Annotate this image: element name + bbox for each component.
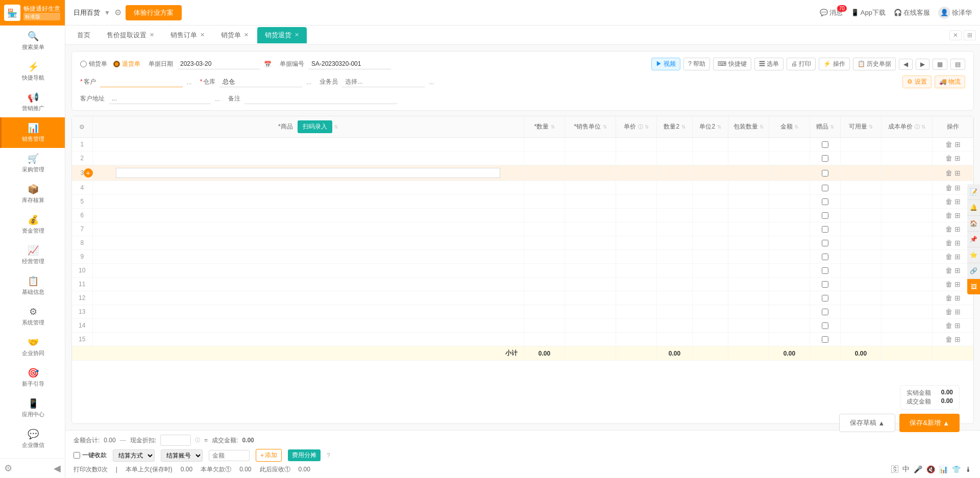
row-delete-3[interactable]: 🗑 (945, 184, 952, 192)
sidebar-item-12[interactable]: 📱应用中心 (0, 393, 65, 423)
row-avail-1[interactable] (841, 152, 881, 165)
row-cost-3[interactable] (881, 181, 933, 195)
row-delete-14[interactable]: 🗑 (945, 335, 952, 343)
tab-close-4[interactable]: ✕ (295, 32, 299, 38)
row-pack-5[interactable] (728, 209, 769, 222)
row-qty2-5[interactable] (657, 209, 693, 222)
row-qty2-12[interactable] (657, 305, 693, 319)
row-copy-10[interactable]: ⊞ (954, 280, 961, 288)
salesperson-picker-btn[interactable]: ... (429, 79, 434, 86)
row-avail-11[interactable] (841, 291, 881, 305)
customer-picker-btn[interactable]: ... (187, 79, 192, 86)
collect-amount-input[interactable] (209, 450, 250, 461)
add-row-btn[interactable]: + (84, 168, 93, 178)
discount-input[interactable] (160, 435, 191, 446)
row-unit2-7[interactable] (693, 236, 728, 250)
gift-check-7[interactable] (822, 240, 828, 246)
sidebar-item-0[interactable]: 🔍搜索菜单 (0, 26, 65, 56)
row-qty2-4[interactable] (657, 195, 693, 209)
row-product-5[interactable] (92, 209, 524, 222)
row-unit2-3[interactable] (693, 181, 728, 195)
row-pack-12[interactable] (728, 305, 769, 319)
col-avail-sort[interactable]: ⇅ (869, 124, 873, 130)
row-amount-10[interactable] (769, 278, 810, 291)
topbar-service[interactable]: 🎧 在线客服 (894, 8, 930, 17)
sidebar-item-7[interactable]: 📈经营管理 (0, 240, 65, 270)
row-unit-8[interactable] (565, 250, 616, 264)
select-single-btn[interactable]: ☰ 选单 (754, 58, 783, 70)
row-copy-8[interactable]: ⊞ (954, 253, 961, 261)
row-copy-5[interactable]: ⊞ (954, 211, 961, 219)
row-price-9[interactable] (616, 264, 657, 278)
tab-2[interactable]: 销售订单✕ (163, 27, 212, 43)
row-product-3[interactable] (92, 181, 524, 195)
sidebar-settings-icon[interactable]: ⚙ (4, 463, 12, 474)
sidebar-item-9[interactable]: ⚙系统管理 (0, 301, 65, 332)
radio-return-input[interactable] (113, 61, 120, 67)
row-pack-0[interactable] (728, 138, 769, 152)
row-amount-14[interactable] (769, 333, 810, 346)
row-unit-0[interactable] (565, 138, 616, 152)
row-pack-14[interactable] (728, 333, 769, 346)
remark-input[interactable] (244, 93, 398, 104)
row-unit-9[interactable] (565, 264, 616, 278)
row-cost-12[interactable] (881, 305, 933, 319)
row-unit-10[interactable] (565, 278, 616, 291)
topbar-message[interactable]: 💬 消息 70 (820, 8, 843, 17)
row-unit-13[interactable] (565, 319, 616, 333)
row-qty-10[interactable] (524, 278, 565, 291)
sidebar-collapse-icon[interactable]: ◀ (54, 463, 61, 474)
row-pack-13[interactable] (728, 319, 769, 333)
row-qty2-14[interactable] (657, 333, 693, 346)
row-avail-3[interactable] (841, 181, 881, 195)
operate-btn[interactable]: ⚡ 操作 (819, 58, 849, 70)
row-qty2-8[interactable] (657, 250, 693, 264)
float-notes-btn[interactable]: 📝 (967, 184, 980, 200)
col-pack-sort[interactable]: ⇅ (760, 124, 764, 130)
row-copy-7[interactable]: ⊞ (954, 239, 961, 247)
row-qty-13[interactable] (524, 319, 565, 333)
tab-close-1[interactable]: ✕ (150, 32, 154, 38)
row-amount-13[interactable] (769, 319, 810, 333)
col-settings-icon[interactable]: ⚙ (79, 123, 85, 131)
tab-close-3[interactable]: ✕ (244, 32, 249, 38)
row-unit2-13[interactable] (693, 319, 728, 333)
row-price-0[interactable] (616, 138, 657, 152)
row-avail-10[interactable] (841, 278, 881, 291)
close-all-tabs-btn[interactable]: ✕ (949, 30, 962, 40)
row-product-8[interactable] (92, 250, 524, 264)
save-draft-btn[interactable]: 保存草稿 ▲ (839, 414, 896, 432)
row-qty-8[interactable] (524, 250, 565, 264)
row-cost-11[interactable] (881, 291, 933, 305)
row-qty2-1[interactable] (657, 152, 693, 165)
calendar-icon[interactable]: 📅 (264, 61, 272, 68)
row-qty-11[interactable] (524, 291, 565, 305)
row-delete-10[interactable]: 🗑 (945, 280, 952, 288)
sidebar-item-4[interactable]: 🛒采购管理 (0, 148, 65, 179)
row-qty-2[interactable] (524, 165, 565, 181)
row-unit-14[interactable] (565, 333, 616, 346)
row-price-8[interactable] (616, 250, 657, 264)
topbar-app-download[interactable]: 📱 App下载 (851, 8, 886, 17)
row-delete-8[interactable]: 🗑 (945, 253, 952, 261)
row-price-6[interactable] (616, 222, 657, 236)
shortcut-btn[interactable]: ⌨ 快捷键 (713, 58, 751, 70)
topbar-settings-btn[interactable]: ⚙ (114, 8, 121, 17)
row-qty2-2[interactable] (657, 165, 693, 181)
row-delete-13[interactable]: 🗑 (945, 321, 952, 330)
customer-input[interactable] (100, 77, 183, 87)
row-qty2-7[interactable] (657, 236, 693, 250)
discount-info-icon[interactable]: ⓘ (195, 437, 200, 444)
gift-check-0[interactable] (822, 141, 828, 148)
row-price-10[interactable] (616, 278, 657, 291)
float-special-btn[interactable]: 🖼 (967, 279, 980, 294)
row-avail-4[interactable] (841, 195, 881, 209)
float-star-btn[interactable]: ⭐ (967, 247, 980, 263)
col-qty-sort[interactable]: ⇅ (551, 124, 555, 130)
row-delete-7[interactable]: 🗑 (945, 239, 952, 247)
one-click-checkbox[interactable] (74, 452, 80, 459)
sidebar-item-2[interactable]: 📢营销推广 (0, 87, 65, 117)
warehouse-input[interactable] (219, 77, 302, 87)
row-product-7[interactable] (92, 236, 524, 250)
row-price-14[interactable] (616, 333, 657, 346)
